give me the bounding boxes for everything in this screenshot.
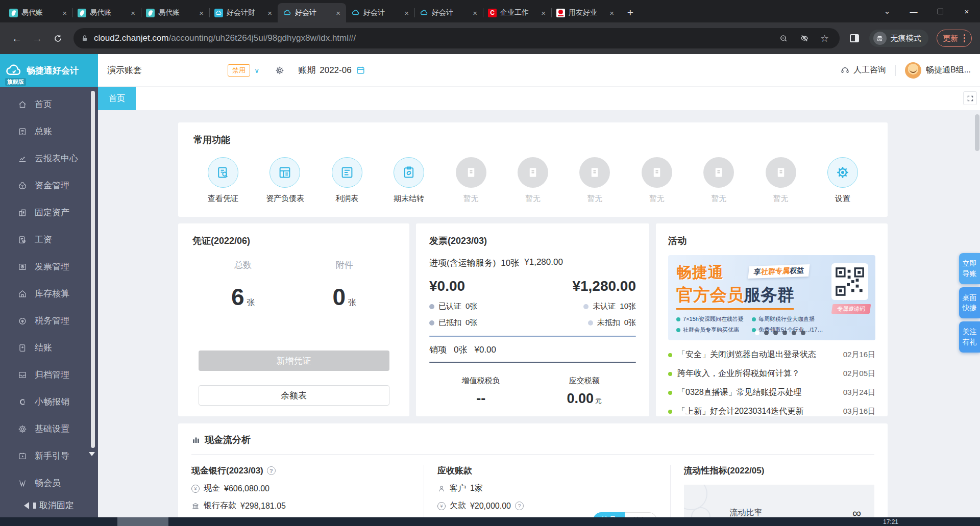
browser-tab[interactable]: 易代账 × — [72, 3, 141, 22]
browser-tab[interactable]: C 企业工作 × — [483, 3, 551, 22]
browser-tab[interactable]: 易代账 × — [141, 3, 209, 22]
carousel-dot[interactable] — [773, 331, 778, 335]
import-accounts-button[interactable]: 立即导账 — [959, 253, 980, 284]
taskbar: 17:21 — [0, 517, 980, 526]
zoom-out-icon[interactable] — [776, 31, 792, 46]
sidebar-item-cloud-reports[interactable]: 云报表中心 — [0, 145, 98, 172]
sidebar-item-closing[interactable]: 结账 — [0, 334, 98, 361]
haokuaiji-cloud-favicon — [420, 9, 428, 17]
eye-off-icon[interactable] — [797, 31, 812, 46]
minimize-button[interactable]: — — [900, 0, 927, 22]
sidebar-item-guide[interactable]: 新手引导 — [0, 442, 98, 469]
brand-name: 畅捷通好会计 — [27, 65, 79, 77]
browser-tab[interactable]: 好会计 × — [346, 3, 414, 22]
news-item[interactable]: 「0328直播课」常见结账提示处理 03月24日 — [668, 387, 875, 398]
sidebar-scrollbar[interactable] — [91, 91, 95, 448]
tab-label: 好会计 — [295, 8, 331, 17]
sidebar-item-archive[interactable]: 归档管理 — [0, 361, 98, 388]
tab-close-icon[interactable]: × — [266, 9, 274, 17]
tab-close-icon[interactable]: × — [608, 9, 616, 17]
sidebar-item-invoice-management[interactable]: 发票管理 — [0, 253, 98, 280]
browser-tab[interactable]: 好会计 × — [414, 3, 483, 22]
browser-tab[interactable]: 好会计财 × — [209, 3, 278, 22]
news-item[interactable]: 「安全」关闭浏览器自动退出登录状态 02月16日 — [668, 349, 875, 360]
tab-close-icon[interactable]: × — [61, 9, 68, 17]
sidebar-item-inventory[interactable]: 库存核算 — [0, 280, 98, 307]
help-icon[interactable]: ? — [267, 466, 276, 475]
sidebar-item-settings[interactable]: 基础设置 — [0, 415, 98, 442]
accounting-period-picker[interactable]: 账期 2022-06 — [298, 64, 365, 76]
carousel-dot[interactable] — [782, 331, 787, 335]
promo-banner[interactable]: 畅捷通 享社群专属权益 官方会员服务群 7×15h资深顾问在线答疑 每周财税行业… — [668, 255, 875, 340]
bookmark-star-icon[interactable]: ☆ — [817, 31, 832, 46]
tab-close-icon[interactable]: × — [471, 9, 479, 17]
help-icon[interactable]: ? — [515, 502, 524, 510]
fn-profit-statement[interactable]: 利润表 — [321, 157, 374, 204]
tab-close-icon[interactable]: × — [334, 9, 342, 17]
sidebar-item-tax[interactable]: 税务管理 — [0, 307, 98, 334]
tab-search-chevron-icon[interactable]: ⌄ — [874, 0, 900, 22]
chevron-down-icon[interactable]: ∨ — [254, 66, 259, 74]
tab-home[interactable]: 首页 — [98, 87, 136, 110]
news-item[interactable]: 跨年收入，企业所得税如何计算？ 02月05日 — [668, 368, 875, 379]
tab-close-icon[interactable]: × — [403, 9, 410, 17]
account-settings-gear-icon[interactable] — [275, 65, 285, 76]
fn-period-end-carryover[interactable]: 期末结转 — [382, 157, 435, 204]
carousel-dot[interactable] — [764, 331, 769, 335]
taskbar-app-button[interactable] — [117, 517, 168, 526]
follow-gift-button[interactable]: 关注有礼 — [959, 321, 980, 353]
account-set-name[interactable]: 演示账套 — [107, 64, 142, 76]
sidebar-item-fixed-assets[interactable]: 固定资产 — [0, 199, 98, 226]
desktop-shortcut-button[interactable]: 桌面快捷 — [959, 287, 980, 318]
news-item[interactable]: 「上新」好会计20230314迭代更新 03月16日 — [668, 406, 875, 417]
fullscreen-toggle[interactable] — [963, 91, 977, 105]
page-scrollbar[interactable] — [975, 114, 979, 151]
voucher-stats: 总数 6张 附件 0张 — [192, 259, 395, 311]
support-link[interactable]: 人工咨询 — [840, 65, 886, 76]
carousel-dot[interactable] — [755, 331, 760, 335]
tab-close-icon[interactable]: × — [540, 9, 547, 17]
unpin-sidebar-button[interactable]: 取消固定 — [0, 499, 98, 511]
sidebar-item-home[interactable]: 首页 — [0, 91, 98, 118]
chrome-update-button[interactable]: 更新 — [937, 30, 972, 47]
input-count: 10张 — [501, 257, 519, 269]
new-voucher-button[interactable]: 新增凭证 — [199, 350, 389, 371]
back-button[interactable]: ← — [8, 30, 26, 47]
sidebar-item-membership[interactable]: 畅会员 — [0, 469, 98, 496]
period-toggle[interactable]: 按月 按年 — [593, 512, 657, 517]
fn-view-voucher[interactable]: 查看凭证 — [197, 157, 250, 204]
sidebar-item-funds[interactable]: 资金管理 — [0, 172, 98, 199]
sidebar-item-payroll[interactable]: 工资 — [0, 226, 98, 253]
reload-button[interactable] — [49, 30, 66, 47]
news-text: 「0328直播课」常见结账提示处理 — [677, 387, 838, 398]
sidebar-scroll-down-icon[interactable] — [89, 452, 95, 456]
sidebar-item-general-ledger[interactable]: 总账 — [0, 118, 98, 145]
user-avatar[interactable] — [905, 62, 921, 79]
browser-tab[interactable]: 用友好业 × — [551, 3, 620, 22]
sidebar-item-reimbursement[interactable]: 小畅报销 — [0, 388, 98, 415]
new-tab-button[interactable]: + — [623, 5, 638, 20]
browser-tab[interactable]: 易代账 × — [4, 3, 72, 22]
status-badge-disabled[interactable]: 禁用 — [228, 64, 250, 77]
carousel-dot[interactable] — [801, 331, 805, 335]
toggle-yearly[interactable]: 按年 — [625, 512, 657, 517]
balance-table-button[interactable]: 余额表 — [199, 385, 389, 406]
fn-placeholder: 暂无 — [692, 157, 745, 204]
maximize-button[interactable] — [927, 0, 953, 22]
close-button[interactable]: × — [953, 0, 980, 22]
fn-balance-sheet[interactable]: 资产负债表 — [258, 157, 311, 204]
divider — [429, 362, 636, 363]
carousel-dot[interactable] — [792, 331, 796, 335]
forward-button[interactable]: → — [29, 30, 46, 47]
browser-menu-icon[interactable] — [964, 34, 966, 42]
headset-icon — [840, 65, 850, 75]
browser-tab-active[interactable]: 好会计 × — [278, 3, 346, 22]
user-name[interactable]: 畅捷通B组... — [926, 65, 971, 76]
fn-settings[interactable]: 设置 — [816, 157, 869, 204]
tab-close-icon[interactable]: × — [129, 9, 137, 17]
side-panel-icon[interactable] — [847, 31, 862, 46]
toggle-monthly[interactable]: 按月 — [593, 512, 625, 517]
tab-close-icon[interactable]: × — [198, 9, 205, 17]
brand-logo[interactable]: 畅捷通好会计 旗舰版 — [0, 54, 98, 87]
url-bar[interactable]: cloud2.chanjet.com/accounting/uh26t264j5… — [74, 28, 840, 48]
